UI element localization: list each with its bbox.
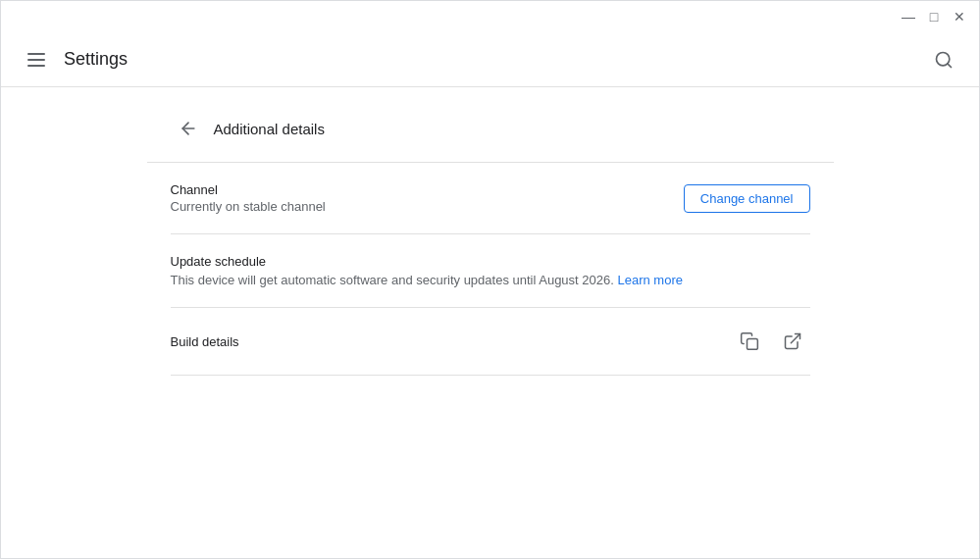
maximize-button[interactable]: □ (922, 5, 946, 28)
main-section: Channel Currently on stable channel Chan… (147, 163, 834, 376)
main-content: Additional details Channel Currently on … (1, 87, 979, 558)
svg-line-4 (791, 334, 799, 343)
build-details-label: Build details (171, 334, 239, 349)
copy-button[interactable] (732, 324, 767, 359)
page-title: Additional details (214, 121, 325, 137)
menu-button[interactable] (17, 40, 56, 79)
back-button[interactable] (171, 111, 206, 146)
app-header: Settings (1, 32, 979, 87)
content-inner: Additional details Channel Currently on … (147, 87, 834, 376)
search-button[interactable] (924, 40, 963, 79)
learn-more-link[interactable]: Learn more (617, 273, 682, 287)
copy-icon (740, 331, 759, 351)
channel-section: Channel Currently on stable channel Chan… (171, 163, 810, 234)
content-area: Additional details Channel Currently on … (1, 87, 979, 558)
channel-value: Currently on stable channel (171, 199, 326, 214)
update-schedule-label: Update schedule (171, 254, 810, 269)
hamburger-icon (27, 53, 45, 67)
build-details-section: Build details (171, 308, 810, 376)
open-external-icon (783, 331, 802, 351)
channel-label: Channel (171, 182, 326, 197)
open-external-button[interactable] (775, 324, 810, 359)
app-title: Settings (64, 49, 924, 70)
update-schedule-text: This device will get automatic software … (171, 273, 614, 287)
update-schedule-value: This device will get automatic software … (171, 273, 810, 287)
app-window: — □ ✕ Settings (0, 0, 980, 559)
svg-rect-3 (747, 339, 757, 350)
svg-line-1 (948, 63, 952, 67)
build-actions (732, 324, 810, 359)
update-schedule-section: Update schedule This device will get aut… (171, 234, 810, 308)
title-bar: — □ ✕ (1, 1, 979, 32)
back-arrow-icon (179, 119, 198, 138)
channel-info: Channel Currently on stable channel (171, 182, 326, 214)
window-controls: — □ ✕ (897, 5, 971, 28)
page-header: Additional details (171, 87, 810, 162)
change-channel-button[interactable]: Change channel (684, 184, 810, 213)
search-icon (934, 50, 954, 70)
minimize-button[interactable]: — (897, 5, 920, 28)
close-button[interactable]: ✕ (948, 5, 971, 28)
